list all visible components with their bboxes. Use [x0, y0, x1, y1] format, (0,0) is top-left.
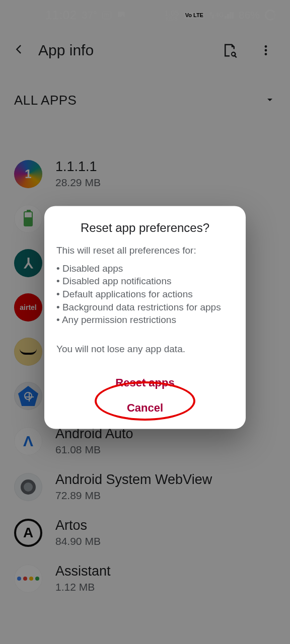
dialog-intro: This will reset all preferences for:: [56, 244, 234, 257]
dialog-bullet: Disabled apps: [56, 262, 234, 275]
reset-app-preferences-dialog: Reset app preferences? This will reset a…: [44, 206, 246, 429]
screen: 11:02 37° m 1.05 KB/S Vo LTE 4G: [0, 0, 290, 644]
dialog-body: This will reset all preferences for: Dis…: [56, 244, 234, 355]
dialog-bullet: Default applications for actions: [56, 288, 234, 301]
dialog-bullet: Disabled app notifications: [56, 275, 234, 288]
reset-apps-button[interactable]: Reset apps: [115, 377, 174, 390]
dialog-note: You will not lose any app data.: [56, 343, 234, 356]
dialog-title: Reset app preferences?: [56, 221, 234, 235]
dialog-buttons: Reset apps Cancel: [56, 377, 234, 419]
dialog-bullet: Any permission restrictions: [56, 314, 234, 327]
dialog-bullet-list: Disabled apps Disabled app notifications…: [56, 262, 234, 327]
cancel-button[interactable]: Cancel: [127, 402, 163, 415]
dialog-bullet: Background data restrictions for apps: [56, 301, 234, 314]
